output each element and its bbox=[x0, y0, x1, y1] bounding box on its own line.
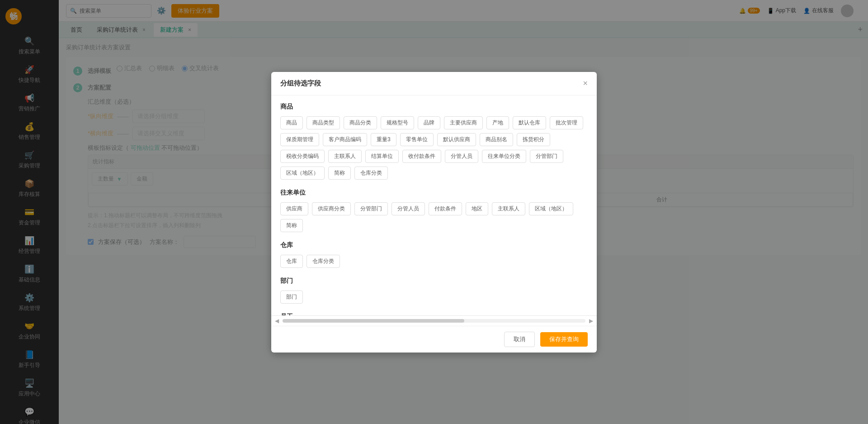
tag-settlement-unit[interactable]: 结算单位 bbox=[365, 150, 399, 163]
tag-partner-dept[interactable]: 分管部门 bbox=[354, 202, 388, 215]
tag-goods-alias[interactable]: 商品别名 bbox=[480, 133, 513, 146]
content-area: 采购订单统计表方案设置 1 选择模板 汇总表 明细表 bbox=[59, 38, 868, 424]
field-select-modal: 分组待选字段 × 商品 商品 商品类型 商品分类 规格型号 bbox=[271, 72, 597, 353]
tag-partner-staff[interactable]: 分管人员 bbox=[392, 202, 425, 215]
tag-goods[interactable]: 商品 bbox=[280, 116, 303, 129]
section-department-title: 部门 bbox=[280, 277, 588, 285]
tag-payment-terms[interactable]: 收付款条件 bbox=[402, 150, 441, 163]
tag-warehouse-category[interactable]: 仓库分类 bbox=[307, 255, 340, 268]
tag-manager-dept[interactable]: 分管部门 bbox=[530, 150, 563, 163]
modal-header: 分组待选字段 × bbox=[271, 72, 597, 95]
tag-main-contact[interactable]: 主联系人 bbox=[328, 150, 362, 163]
modal-footer: 取消 保存并查询 bbox=[271, 326, 597, 353]
tag-manager-staff[interactable]: 分管人员 bbox=[445, 150, 478, 163]
tag-default-warehouse[interactable]: 默认仓库 bbox=[513, 116, 546, 129]
tag-expiry-mgmt[interactable]: 保质期管理 bbox=[280, 133, 319, 146]
tag-retail-unit[interactable]: 零售单位 bbox=[400, 133, 434, 146]
tag-weight3[interactable]: 重量3 bbox=[371, 133, 396, 146]
main-area: 🔍 ⚙️ 体验行业方案 🔔 99+ 📱 App下载 👤 在线客服 bbox=[59, 0, 868, 424]
tag-supplier[interactable]: 供应商 bbox=[280, 202, 308, 215]
warehouse-tags-grid: 仓库 仓库分类 bbox=[280, 255, 588, 268]
tag-default-supplier[interactable]: 默认供应商 bbox=[437, 133, 476, 146]
tag-tax-code[interactable]: 税收分类编码 bbox=[280, 150, 325, 163]
section-department: 部门 部门 bbox=[280, 277, 588, 304]
tag-warehouse-category-goods[interactable]: 仓库分类 bbox=[354, 167, 388, 180]
section-goods: 商品 商品 商品类型 商品分类 规格型号 品牌 主要供应商 产地 默认仓库 批次… bbox=[280, 103, 588, 180]
partner-tags-grid: 供应商 供应商分类 分管部门 分管人员 付款条件 地区 主联系人 区域（地区） … bbox=[280, 202, 588, 232]
section-partner: 往来单位 供应商 供应商分类 分管部门 分管人员 付款条件 地区 主联系人 区域… bbox=[280, 189, 588, 232]
modal-close-btn[interactable]: × bbox=[583, 79, 588, 87]
tag-pay-terms[interactable]: 付款条件 bbox=[429, 202, 462, 215]
department-tags-grid: 部门 bbox=[280, 291, 588, 304]
tag-pick-points[interactable]: 拣货积分 bbox=[517, 133, 550, 146]
tag-short-name-partner[interactable]: 简称 bbox=[280, 219, 303, 232]
tag-warehouse[interactable]: 仓库 bbox=[280, 255, 303, 268]
tag-customer-code[interactable]: 客户商品编码 bbox=[323, 133, 367, 146]
tag-goods-category[interactable]: 商品分类 bbox=[344, 116, 377, 129]
section-warehouse-title: 仓库 bbox=[280, 241, 588, 249]
modal-body: 商品 商品 商品类型 商品分类 规格型号 品牌 主要供应商 产地 默认仓库 批次… bbox=[271, 95, 597, 315]
section-partner-title: 往来单位 bbox=[280, 189, 588, 197]
tag-region-partner[interactable]: 地区 bbox=[466, 202, 488, 215]
tag-main-supplier[interactable]: 主要供应商 bbox=[444, 116, 483, 129]
modal-bottom-bar: ◀ ▶ bbox=[271, 315, 597, 326]
tag-supplier-category[interactable]: 供应商分类 bbox=[312, 202, 351, 215]
hscroll-right-arrow[interactable]: ▶ bbox=[589, 318, 593, 324]
tag-spec-model[interactable]: 规格型号 bbox=[381, 116, 414, 129]
tag-department[interactable]: 部门 bbox=[280, 291, 303, 304]
modal-title: 分组待选字段 bbox=[280, 79, 321, 88]
hscroll-left-arrow[interactable]: ◀ bbox=[275, 318, 279, 324]
modal-overlay: 分组待选字段 × 商品 商品 商品类型 商品分类 规格型号 bbox=[59, 38, 868, 424]
tag-region-goods[interactable]: 区域（地区） bbox=[280, 167, 325, 180]
tag-partner-category[interactable]: 往来单位分类 bbox=[482, 150, 526, 163]
goods-tags-grid: 商品 商品类型 商品分类 规格型号 品牌 主要供应商 产地 默认仓库 批次管理 … bbox=[280, 116, 588, 180]
tag-short-name-goods[interactable]: 简称 bbox=[328, 167, 351, 180]
hscroll-thumb bbox=[283, 319, 464, 323]
horizontal-scrollbar[interactable] bbox=[283, 319, 585, 323]
section-warehouse: 仓库 仓库 仓库分类 bbox=[280, 241, 588, 268]
tag-brand[interactable]: 品牌 bbox=[418, 116, 440, 129]
section-goods-title: 商品 bbox=[280, 103, 588, 111]
save-query-button[interactable]: 保存并查询 bbox=[540, 332, 588, 347]
tag-batch-mgmt[interactable]: 批次管理 bbox=[550, 116, 583, 129]
tag-region-area-partner[interactable]: 区域（地区） bbox=[529, 202, 573, 215]
cancel-button[interactable]: 取消 bbox=[504, 332, 535, 347]
tag-origin[interactable]: 产地 bbox=[486, 116, 509, 129]
tag-main-contact-partner[interactable]: 主联系人 bbox=[492, 202, 525, 215]
tag-goods-type[interactable]: 商品类型 bbox=[307, 116, 340, 129]
